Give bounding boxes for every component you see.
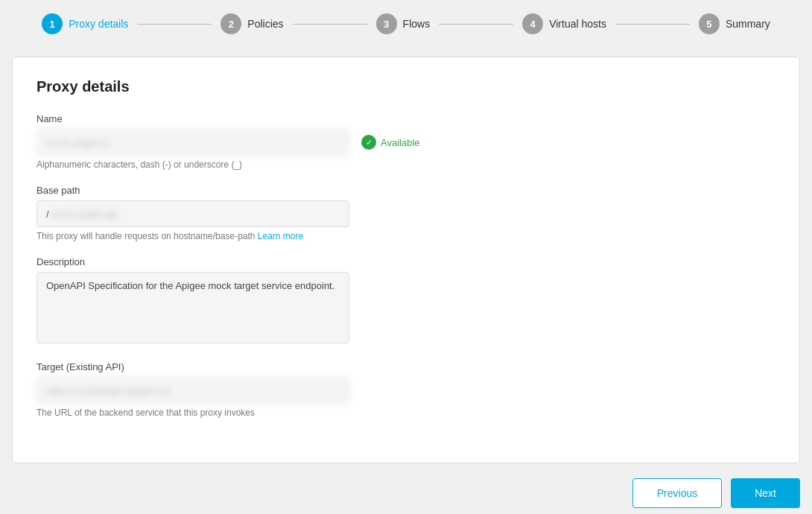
basepath-input-wrapper: / — [37, 200, 349, 227]
bottom-bar: Previous Next — [0, 472, 812, 514]
basepath-hint-text: This proxy will handle requests on hostn… — [37, 231, 256, 241]
proxy-details-card: Proxy details Name ✓ Available Alphanume… — [12, 57, 800, 463]
step-summary[interactable]: 5 Summary — [699, 13, 770, 34]
step-3-label: Flows — [403, 18, 431, 30]
step-1-circle: 1 — [42, 13, 63, 34]
connector-3-4 — [439, 24, 513, 25]
page-title: Proxy details — [37, 78, 775, 95]
description-field-group: Description OpenAPI Specification for th… — [37, 256, 775, 346]
target-field-group: Target (Existing API) The URL of the bac… — [37, 361, 775, 418]
step-5-label: Summary — [726, 18, 770, 30]
name-label: Name — [37, 113, 775, 124]
availability-text: Available — [381, 137, 420, 148]
connector-1-2 — [137, 24, 212, 25]
basepath-field-group: Base path / This proxy will handle reque… — [37, 185, 775, 241]
target-hint: The URL of the backend service that this… — [37, 407, 775, 418]
name-hint: Alphanumeric characters, dash (-) or und… — [37, 159, 775, 170]
target-input[interactable] — [37, 377, 349, 404]
name-input[interactable] — [37, 129, 349, 156]
description-textarea[interactable]: OpenAPI Specification for the Apigee moc… — [37, 272, 349, 343]
basepath-prefix: / — [46, 209, 49, 220]
step-virtual-hosts[interactable]: 4 Virtual hosts — [522, 13, 606, 34]
basepath-label: Base path — [37, 185, 775, 196]
basepath-hint: This proxy will handle requests on hostn… — [37, 231, 775, 241]
connector-2-3 — [293, 24, 367, 25]
next-button[interactable]: Next — [731, 478, 800, 508]
description-label: Description — [37, 256, 775, 267]
stepper: 1 Proxy details 2 Policies 3 Flows 4 Vir… — [0, 0, 812, 48]
basepath-input[interactable] — [51, 209, 340, 220]
content-wrapper: Proxy details Name ✓ Available Alphanume… — [0, 48, 812, 472]
availability-badge: ✓ Available — [361, 135, 420, 150]
previous-button[interactable]: Previous — [632, 478, 722, 508]
step-flows[interactable]: 3 Flows — [376, 13, 431, 34]
step-5-circle: 5 — [699, 13, 720, 34]
connector-4-5 — [615, 24, 690, 25]
step-policies[interactable]: 2 Policies — [221, 13, 283, 34]
step-4-circle: 4 — [522, 13, 543, 34]
step-1-label: Proxy details — [69, 18, 128, 30]
step-3-circle: 3 — [376, 13, 397, 34]
check-icon: ✓ — [361, 135, 376, 150]
step-2-label: Policies — [247, 18, 283, 30]
learn-more-link[interactable]: Learn more — [258, 231, 303, 241]
name-field-group: Name ✓ Available Alphanumeric characters… — [37, 113, 775, 170]
target-label: Target (Existing API) — [37, 361, 775, 372]
name-field-row: ✓ Available — [37, 129, 775, 156]
step-2-circle: 2 — [221, 13, 241, 34]
step-proxy-details[interactable]: 1 Proxy details — [42, 13, 128, 34]
step-4-label: Virtual hosts — [549, 18, 606, 30]
